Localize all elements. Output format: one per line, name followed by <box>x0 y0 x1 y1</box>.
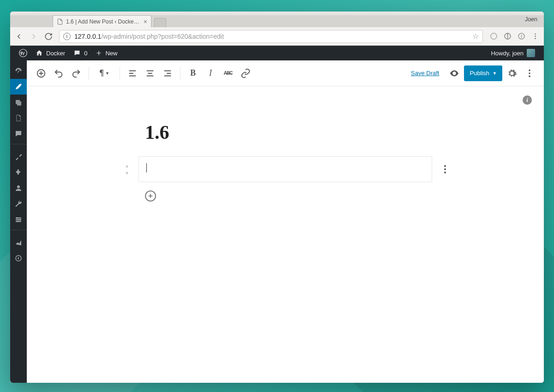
svg-point-5 <box>535 36 536 37</box>
account-menu[interactable]: Howdy, joen <box>487 46 539 60</box>
sidebar-item-appearance[interactable] <box>10 149 27 165</box>
admin-sidebar <box>10 60 27 383</box>
wp-main: ¶▼ B I ABC Save Draft Publish▼ <box>10 60 544 383</box>
paragraph-block[interactable] <box>138 156 432 182</box>
site-name: Docker <box>46 50 65 57</box>
new-content-link[interactable]: New <box>91 46 121 60</box>
comment-count: 0 <box>84 50 87 57</box>
browser-tab[interactable]: 1.6 | Add New Post ‹ Docker — × <box>53 15 151 27</box>
extension-icon-3[interactable] <box>517 32 525 41</box>
url-bar: i 127.0.0.1/wp-admin/post.php?post=620&a… <box>10 27 544 46</box>
sidebar-item-collapse[interactable] <box>10 250 27 266</box>
post-content: 1.6 ▴ ▾ + <box>138 121 432 202</box>
browser-window: 1.6 | Add New Post ‹ Docker — × Joen i 1… <box>10 12 544 383</box>
extension-icons <box>489 32 539 41</box>
sidebar-item-posts[interactable] <box>10 79 27 95</box>
comments-link[interactable]: 0 <box>69 46 91 60</box>
sidebar-item-tools[interactable] <box>10 196 27 212</box>
undo-button[interactable] <box>51 65 66 81</box>
block-movers: ▴ ▾ <box>126 162 128 176</box>
save-draft-button[interactable]: Save Draft <box>411 70 439 77</box>
block-more-menu[interactable] <box>444 165 446 173</box>
close-tab-icon[interactable]: × <box>144 18 147 25</box>
svg-point-12 <box>16 217 18 219</box>
editor-toolbar: ¶▼ B I ABC Save Draft Publish▼ <box>27 60 544 86</box>
svg-point-4 <box>535 33 536 35</box>
site-name-link[interactable]: Docker <box>31 46 69 60</box>
sidebar-item-media[interactable] <box>10 95 27 110</box>
align-left-button[interactable] <box>125 65 140 81</box>
bookmark-star-icon[interactable]: ☆ <box>472 32 479 41</box>
svg-point-7 <box>19 49 27 57</box>
sidebar-item-pages[interactable] <box>10 110 27 126</box>
sidebar-item-settings[interactable] <box>10 212 27 227</box>
comment-icon <box>73 49 81 57</box>
new-tab-button[interactable] <box>154 18 166 27</box>
tab-strip: 1.6 | Add New Post ‹ Docker — × <box>10 15 544 27</box>
add-block-button[interactable]: + <box>145 190 156 202</box>
sidebar-item-plugins[interactable] <box>10 165 27 180</box>
svg-point-14 <box>17 220 18 222</box>
svg-point-31 <box>529 75 530 77</box>
address-field[interactable]: i 127.0.0.1/wp-admin/post.php?post=620&a… <box>59 30 483 43</box>
move-up-icon[interactable]: ▴ <box>126 162 128 169</box>
wp-logo-menu[interactable] <box>15 46 31 60</box>
extension-icon-1[interactable] <box>489 32 498 41</box>
browser-menu-icon[interactable] <box>531 32 539 41</box>
move-down-icon[interactable]: ▾ <box>126 170 128 176</box>
publish-button[interactable]: Publish▼ <box>464 65 502 81</box>
align-right-button[interactable] <box>160 65 175 81</box>
os-username: Joen <box>525 16 537 23</box>
svg-point-3 <box>521 37 522 38</box>
redo-button[interactable] <box>68 65 84 81</box>
sidebar-item-gutenberg[interactable] <box>10 235 27 250</box>
paragraph-block-wrap: ▴ ▾ <box>138 156 432 182</box>
page-content: Docker 0 New Howdy, joen <box>10 46 544 383</box>
sidebar-item-users[interactable] <box>10 180 27 196</box>
editor-canvas[interactable]: i 1.6 ▴ ▾ + <box>27 86 544 383</box>
home-icon <box>36 49 43 57</box>
link-button[interactable] <box>238 65 253 81</box>
svg-point-6 <box>535 38 536 39</box>
plus-icon <box>96 50 102 56</box>
post-title[interactable]: 1.6 <box>145 121 432 143</box>
italic-button[interactable]: I <box>203 65 218 81</box>
svg-point-29 <box>529 69 530 71</box>
strikethrough-button[interactable]: ABC <box>220 65 236 81</box>
text-cursor <box>146 163 147 172</box>
paragraph-type-button[interactable]: ¶▼ <box>94 65 115 81</box>
sidebar-item-dashboard[interactable] <box>10 63 27 79</box>
extension-icon-2[interactable] <box>503 32 512 41</box>
svg-point-30 <box>529 72 530 74</box>
site-info-icon[interactable]: i <box>63 33 71 40</box>
back-button[interactable] <box>15 32 23 41</box>
tab-title: 1.6 | Add New Post ‹ Docker — <box>66 18 141 25</box>
svg-point-28 <box>454 72 456 74</box>
wordpress-icon <box>19 49 27 57</box>
align-center-button[interactable] <box>142 65 158 81</box>
url-text: 127.0.0.1/wp-admin/post.php?post=620&act… <box>74 33 469 40</box>
svg-point-13 <box>19 219 20 220</box>
bold-button[interactable]: B <box>185 65 201 81</box>
wp-admin-bar: Docker 0 New Howdy, joen <box>10 46 544 60</box>
forward-button[interactable] <box>30 32 38 41</box>
avatar <box>527 49 535 57</box>
svg-point-8 <box>17 185 20 188</box>
reload-button[interactable] <box>44 32 53 41</box>
gutenberg-editor: ¶▼ B I ABC Save Draft Publish▼ <box>27 60 544 383</box>
sidebar-item-comments[interactable] <box>10 126 27 142</box>
page-icon <box>57 18 63 25</box>
insert-block-button[interactable] <box>33 65 49 81</box>
more-options-button[interactable] <box>522 65 537 81</box>
preview-button[interactable] <box>446 65 462 81</box>
new-label: New <box>105 50 117 57</box>
howdy-text: Howdy, joen <box>491 50 524 57</box>
info-icon[interactable]: i <box>523 95 532 105</box>
settings-button[interactable] <box>504 65 520 81</box>
titlebar: 1.6 | Add New Post ‹ Docker — × Joen <box>10 12 544 27</box>
